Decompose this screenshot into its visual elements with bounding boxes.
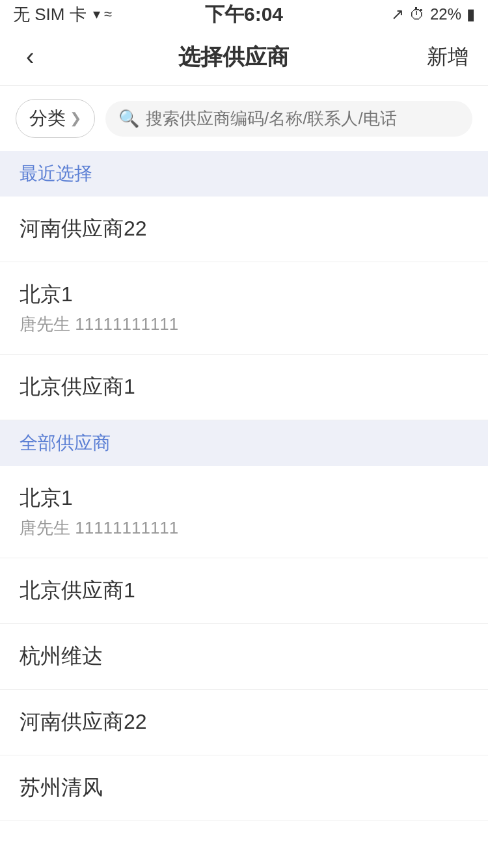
nav-bar: ‹ 选择供应商 新增 (0, 29, 488, 86)
search-input[interactable] (146, 109, 459, 129)
no-sim-label: 无 SIM 卡 (13, 3, 87, 26)
list-item[interactable]: 北京1唐先生 11111111111 (0, 466, 488, 558)
list-item[interactable]: 苏州清风 (0, 755, 488, 821)
status-right: ↗ ⏱ 22% ▮ (391, 5, 475, 23)
recent-list: 河南供应商22北京1唐先生 11111111111北京供应商1 (0, 197, 488, 420)
all-list: 北京1唐先生 11111111111北京供应商1杭州维达河南供应商22苏州清风 (0, 466, 488, 821)
list-item[interactable]: 北京1唐先生 11111111111 (0, 262, 488, 355)
list-item[interactable]: 河南供应商22 (0, 690, 488, 755)
search-area: 分类 ❯ 🔍 (0, 86, 488, 151)
list-item[interactable]: 北京供应商1 (0, 558, 488, 624)
item-name: 苏州清风 (20, 774, 468, 802)
add-button[interactable]: 新增 (427, 43, 468, 72)
battery-label: 22% (430, 5, 461, 23)
page-title: 选择供应商 (178, 42, 289, 72)
status-left: 无 SIM 卡 ▾ ≈ (13, 3, 112, 26)
alarm-icon: ⏱ (409, 5, 425, 23)
wifi-icon: ▾ ≈ (93, 6, 112, 23)
chevron-right-icon: ❯ (70, 110, 81, 127)
search-input-wrap: 🔍 (105, 101, 472, 137)
category-label: 分类 (29, 106, 66, 131)
back-button[interactable]: ‹ (20, 36, 41, 77)
category-button[interactable]: 分类 ❯ (16, 99, 95, 138)
item-name: 北京供应商1 (20, 576, 468, 605)
status-time: 下午6:04 (205, 1, 283, 28)
item-name: 北京供应商1 (20, 373, 468, 401)
search-icon: 🔍 (118, 109, 139, 129)
all-section-header: 全部供应商 (0, 420, 488, 466)
recent-section-header: 最近选择 (0, 151, 488, 197)
status-bar: 无 SIM 卡 ▾ ≈ 下午6:04 ↗ ⏱ 22% ▮ (0, 0, 488, 29)
item-name: 杭州维达 (20, 642, 468, 671)
item-sub: 唐先生 11111111111 (20, 313, 468, 336)
item-name: 北京1 (20, 280, 468, 309)
battery-icon: ▮ (467, 5, 475, 23)
list-item[interactable]: 河南供应商22 (0, 197, 488, 262)
location-icon: ↗ (391, 5, 404, 23)
list-item[interactable]: 杭州维达 (0, 624, 488, 690)
item-name: 河南供应商22 (20, 708, 468, 737)
item-name: 河南供应商22 (20, 215, 468, 243)
list-item[interactable]: 北京供应商1 (0, 355, 488, 420)
item-name: 北京1 (20, 484, 468, 513)
item-sub: 唐先生 11111111111 (20, 517, 468, 539)
